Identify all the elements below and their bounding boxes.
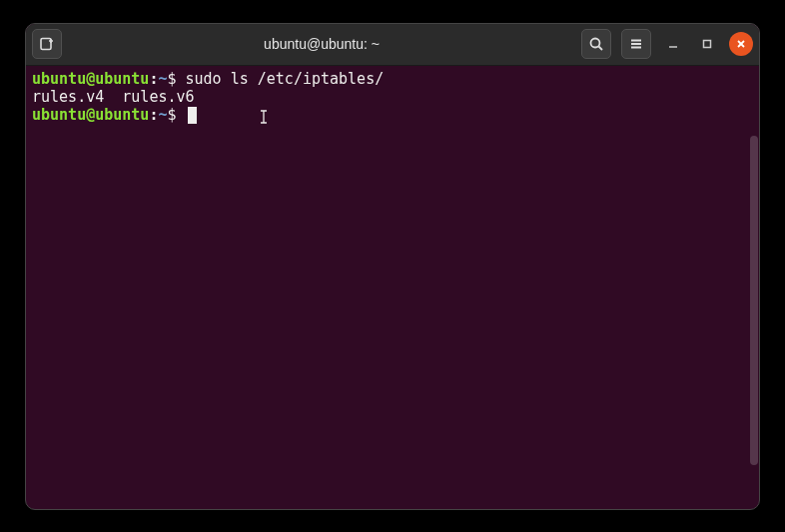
close-button[interactable] (729, 32, 753, 56)
command-text: sudo ls /etc/iptables/ (186, 70, 385, 88)
menu-button[interactable] (621, 29, 651, 59)
prompt-dollar: $ (167, 106, 185, 124)
titlebar-left (32, 29, 62, 59)
output-line: rules.v4 rules.v6 (32, 88, 753, 106)
block-cursor (188, 107, 197, 124)
new-tab-button[interactable] (32, 29, 62, 59)
prompt-dollar: $ (167, 70, 185, 88)
svg-rect-9 (704, 41, 711, 48)
prompt-line: ubuntu@ubuntu:~$ sudo ls /etc/iptables/ (32, 70, 753, 88)
search-button[interactable] (581, 29, 611, 59)
titlebar-right (581, 29, 753, 59)
maximize-button[interactable] (695, 32, 719, 56)
terminal-body[interactable]: ubuntu@ubuntu:~$ sudo ls /etc/iptables/ … (26, 66, 759, 509)
svg-rect-0 (41, 39, 51, 50)
minimize-button[interactable] (661, 32, 685, 56)
svg-point-3 (591, 39, 600, 48)
window-title: ubuntu@ubuntu: ~ (68, 36, 575, 52)
prompt-userhost: ubuntu@ubuntu (32, 70, 149, 88)
scrollbar[interactable] (750, 136, 758, 465)
prompt-userhost: ubuntu@ubuntu (32, 106, 149, 124)
svg-line-4 (599, 47, 603, 51)
terminal-window: ubuntu@ubuntu: ~ (25, 23, 760, 510)
titlebar: ubuntu@ubuntu: ~ (26, 24, 759, 66)
prompt-line: ubuntu@ubuntu:~$ (32, 106, 753, 124)
